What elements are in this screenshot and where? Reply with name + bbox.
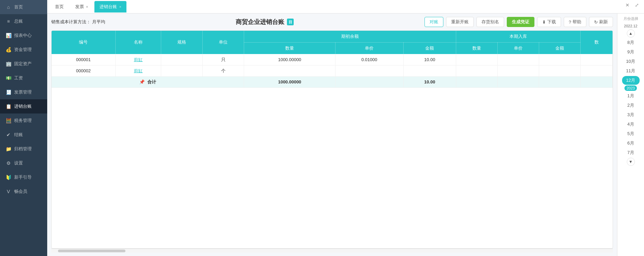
- total-icon: 📌: [139, 79, 145, 84]
- col-header-spec: 规格: [161, 31, 203, 54]
- sidebar-item-finance[interactable]: 💰 资金管理: [0, 43, 47, 57]
- purchase-sales-icon: 📋: [5, 104, 11, 109]
- col-header-in-qty: 数量: [456, 43, 498, 54]
- horizontal-scrollbar[interactable]: [51, 249, 613, 253]
- cell-init-amount: 10.00: [403, 54, 456, 65]
- page-content: 销售成本计算方法： 月平均 商贸企业进销台账 目 对账 重新开账 存货别名 生成…: [47, 14, 644, 256]
- save-alias-button[interactable]: 存货别名: [476, 17, 504, 27]
- month-scroll-down[interactable]: ▼: [627, 158, 635, 166]
- refresh-button[interactable]: ↻ 刷新: [589, 17, 613, 27]
- tab-purchase-sales-close[interactable]: ×: [119, 5, 121, 9]
- scroll-track: [58, 250, 125, 252]
- sidebar-item-label: 归档管理: [14, 146, 32, 152]
- maximize-button[interactable]: ⤢: [634, 2, 640, 8]
- tab-home[interactable]: 首页: [50, 1, 69, 12]
- invoice-mgmt-icon: 🧾: [5, 89, 11, 95]
- download-icon: ⬇: [542, 20, 546, 25]
- month-6[interactable]: 6月: [622, 139, 640, 148]
- download-button[interactable]: ⬇ 下载: [537, 17, 561, 27]
- total-in-qty: [456, 76, 498, 87]
- cell-name[interactable]: 前缸: [115, 54, 161, 65]
- tab-invoice-close[interactable]: ×: [86, 5, 88, 9]
- assets-icon: 🏢: [5, 61, 11, 67]
- month-10[interactable]: 10月: [622, 57, 640, 66]
- sidebar-item-ledger[interactable]: ≡ 总账: [0, 14, 47, 28]
- sidebar-item-settings[interactable]: ⚙ 设置: [0, 156, 47, 170]
- col-header-init-amount: 金额: [403, 43, 456, 54]
- wages-icon: 💵: [5, 75, 11, 81]
- data-table: 编号 名称 规格 单位 期初余额 本期入库 数 数量 单价 金额 数: [52, 31, 613, 88]
- sidebar-item-member[interactable]: V 畅会员: [0, 184, 47, 199]
- month-9[interactable]: 9月: [622, 48, 640, 56]
- month-8[interactable]: 8月: [622, 38, 640, 47]
- col-header-id: 编号: [52, 31, 115, 54]
- month-11[interactable]: 11月: [622, 67, 640, 75]
- tab-invoice-label: 发票: [75, 4, 84, 10]
- month-12[interactable]: 12月: [622, 76, 640, 85]
- sidebar-item-close[interactable]: ✔ 结账: [0, 128, 47, 142]
- close-button[interactable]: ✕: [624, 2, 631, 8]
- month-scroll-up[interactable]: ▲: [627, 29, 635, 37]
- month-4[interactable]: 4月: [622, 120, 640, 129]
- cell-init-price: 0.01000: [335, 54, 403, 65]
- cell-in-qty: [456, 54, 498, 65]
- refresh-icon: ↻: [594, 20, 598, 25]
- sidebar-item-label: 报表中心: [14, 32, 32, 39]
- col-header-more: 数: [581, 31, 613, 54]
- archive-icon: 📁: [5, 146, 11, 152]
- cell-init-qty: 1000.00000: [244, 54, 335, 65]
- month-5[interactable]: 5月: [622, 129, 640, 138]
- col-header-current-in: 本期入库: [456, 31, 581, 43]
- month-2[interactable]: 2月: [622, 101, 640, 110]
- reconcile-button[interactable]: 对账: [425, 17, 443, 27]
- sidebar-item-home[interactable]: ⌂ 首页: [0, 0, 47, 14]
- sidebar-item-assets[interactable]: 🏢 固定资产: [0, 57, 47, 71]
- month-3[interactable]: 3月: [622, 110, 640, 119]
- cell-more: [581, 65, 613, 76]
- tab-invoice[interactable]: 发票 ×: [70, 1, 93, 12]
- col-header-in-amount: 金额: [539, 43, 581, 54]
- sidebar-item-guide[interactable]: 🔰 新手引导: [0, 170, 47, 184]
- month-1[interactable]: 1月: [622, 92, 640, 100]
- finance-icon: 💰: [5, 47, 11, 52]
- sidebar-item-label: 总账: [14, 18, 23, 24]
- cell-in-price: [498, 65, 539, 76]
- month-7[interactable]: 7月: [622, 148, 640, 157]
- sidebar-item-tax[interactable]: 🧮 税务管理: [0, 113, 47, 128]
- total-init-qty: 1000.00000: [244, 76, 335, 87]
- reopen-button[interactable]: 重新开账: [446, 17, 474, 27]
- total-in-amount: [539, 76, 581, 87]
- cell-in-price: [498, 54, 539, 65]
- generate-voucher-button[interactable]: 生成凭证: [507, 17, 534, 27]
- month-panel: 月份选择 2022.12 ▲ 8月 9月 10月 11月 12月 2023 1月…: [617, 14, 644, 256]
- col-header-init-price: 单价: [335, 43, 403, 54]
- total-row: 📌 合计 1000.00000 10.00: [52, 76, 613, 87]
- sidebar-item-label: 固定资产: [14, 61, 32, 67]
- reports-icon: 📊: [5, 33, 11, 38]
- title-icon: 目: [287, 19, 294, 25]
- year-2022-label: 2022.12: [624, 24, 638, 28]
- tab-purchase-sales[interactable]: 进销台账 ×: [94, 1, 126, 12]
- tab-bar: 首页 发票 × 进销台账 ×: [47, 0, 644, 14]
- total-more: [581, 76, 613, 87]
- cell-init-price: [335, 65, 403, 76]
- sidebar-item-invoice-mgmt[interactable]: 🧾 发票管理: [0, 85, 47, 99]
- sidebar-item-label: 工资: [14, 75, 23, 81]
- top-bar: 销售成本计算方法： 月平均 商贸企业进销台账 目 对账 重新开账 存货别名 生成…: [51, 17, 613, 27]
- cell-in-qty: [456, 65, 498, 76]
- cell-name[interactable]: 前缸: [115, 65, 161, 76]
- total-init-amount: 10.00: [403, 76, 456, 87]
- title-area: 商贸企业进销台账 目: [236, 18, 294, 26]
- sidebar-item-label: 设置: [14, 160, 23, 166]
- col-header-unit: 单位: [203, 31, 244, 54]
- sidebar-item-wages[interactable]: 💵 工资: [0, 71, 47, 85]
- col-header-init-balance: 期初余额: [244, 31, 456, 43]
- help-button[interactable]: ? 帮助: [564, 17, 586, 27]
- sidebar-item-reports[interactable]: 📊 报表中心: [0, 28, 47, 43]
- tab-purchase-sales-label: 进销台账: [99, 4, 117, 10]
- sidebar-item-purchase-sales[interactable]: 📋 进销台账: [0, 99, 47, 113]
- sidebar-item-label: 发票管理: [14, 89, 32, 95]
- sidebar-item-archive[interactable]: 📁 归档管理: [0, 142, 47, 156]
- close-icon: ✔: [5, 132, 11, 137]
- cell-spec: [161, 65, 203, 76]
